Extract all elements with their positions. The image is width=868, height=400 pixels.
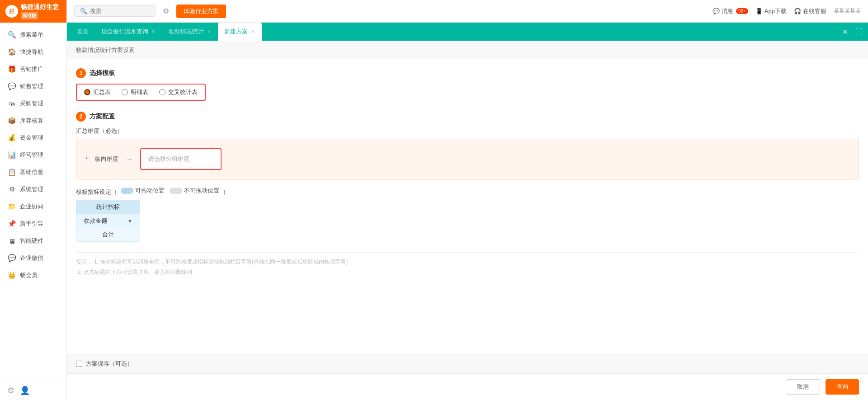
search-menu-icon: 🔍	[7, 31, 16, 39]
query-button[interactable]: 查询	[826, 379, 859, 395]
step1-section: 1 选择模板 汇总表 明细表	[76, 68, 859, 101]
sidebar-item-purchase[interactable]: 🛍 采购管理	[0, 95, 66, 112]
sidebar-item-search-menu[interactable]: 🔍 搜索菜单	[0, 26, 66, 43]
sidebar-item-marketing[interactable]: 🎁 营销推广	[0, 61, 66, 78]
settings-bottom-icon[interactable]: ⚙	[7, 386, 14, 395]
template-options: 汇总表 明细表 交叉统计表	[76, 84, 206, 101]
radio-detail-label[interactable]: 明细表	[131, 88, 148, 96]
tab-receipt-stats-close[interactable]: ×	[207, 28, 212, 36]
tabbar: 首页 现金银行流水查询 × 收款情况统计 × 新建方案 × ✕ ⛶	[67, 23, 868, 41]
sidebar-item-cooperation[interactable]: 📁 企业协同	[0, 198, 66, 215]
sidebar-item-system[interactable]: ⚙ 系统管理	[0, 181, 66, 198]
wechat-icon: 💬	[7, 254, 16, 262]
sidebar-item-basic-info[interactable]: 📋 基础信息	[0, 164, 66, 181]
sidebar-item-quick-nav[interactable]: 🏠 快捷导航	[0, 43, 66, 61]
notification-label: 消息	[722, 7, 733, 15]
hints-section: 提示： 1. 拖动标题栏可以调整布局，不可跨维度或指标区域拖动栏目字段(只能在同…	[76, 252, 859, 276]
sidebar-item-label: 库存核算	[20, 117, 43, 125]
operation-icon: 📊	[7, 151, 16, 159]
sidebar-item-label: 资金管理	[20, 134, 43, 142]
user-bottom-icon[interactable]: 👤	[20, 386, 30, 395]
fixed-dot	[170, 188, 182, 194]
arrow-icon: →	[126, 155, 133, 163]
tab-new-plan-close[interactable]: ×	[250, 28, 255, 36]
metrics-table: 统计指标 收款金额 ▼ 合计	[76, 200, 140, 242]
download-label: App下载	[764, 7, 787, 15]
dimension-area: * 纵向维度 → 请选择分组维度	[76, 139, 859, 179]
sidebar-item-guide[interactable]: 📌 新手引导	[0, 215, 66, 232]
notification-badge: 99+	[736, 8, 748, 14]
sidebar-item-label: 经营管理	[20, 151, 43, 159]
sidebar-item-sales[interactable]: 💬 销售管理	[0, 78, 66, 95]
metrics-label-prefix: 模板指标设定（	[76, 188, 117, 195]
tab-home[interactable]: 首页	[71, 23, 95, 41]
gift-icon: 🎁	[7, 65, 16, 73]
basic-info-icon: 📋	[7, 168, 16, 176]
save-label[interactable]: 方案保存（可选）	[86, 360, 133, 368]
sidebar-item-label: 基础信息	[20, 168, 43, 176]
step2-number: 2	[76, 112, 86, 122]
radio-cross[interactable]: 交叉统计表	[159, 88, 198, 96]
sidebar-item-label: 新手引导	[20, 220, 43, 228]
radio-detail[interactable]: 明细表	[122, 88, 148, 96]
sidebar-item-label: 快捷导航	[20, 48, 43, 56]
hint-prefix-1: 提示：	[76, 258, 92, 266]
sidebar-item-label: 系统管理	[20, 185, 43, 193]
sidebar-item-member[interactable]: 👑 畅会员	[0, 267, 66, 284]
metrics-config-label: 模板指标设定（ 可拖动位置 不可拖动位置 ）	[76, 187, 859, 196]
col-dropdown-icon[interactable]: ▼	[127, 218, 132, 224]
sidebar-item-finance[interactable]: 💰 资金管理	[0, 129, 66, 146]
app-download-item[interactable]: 📱 App下载	[755, 7, 787, 15]
sidebar-item-label: 企业协同	[20, 202, 43, 211]
save-checkbox[interactable]	[76, 361, 82, 367]
tab-new-plan[interactable]: 新建方案 ×	[218, 23, 262, 41]
sidebar-item-hardware[interactable]: 🖥 智能硬件	[0, 232, 66, 249]
radio-cross-label[interactable]: 交叉统计表	[168, 88, 198, 96]
step1-number: 1	[76, 68, 86, 78]
service-item[interactable]: 🎧 在线客服	[794, 7, 826, 15]
dimension-input[interactable]: 请选择分组维度	[140, 148, 222, 170]
metrics-table-total: 合计	[76, 228, 140, 241]
metrics-table-header: 统计指标	[76, 200, 140, 214]
logo-text-block: 畅捷通好生意 标准版	[21, 3, 59, 19]
main-area: 🔍 ⚙ 体验行业方案 💬 消息 99+ 📱 App下载 🎧 在线客服 某某某某某	[67, 0, 868, 400]
gear-icon[interactable]: ⚙	[163, 7, 169, 15]
footer-bar: 取消 查询	[67, 373, 868, 400]
movable-dot	[121, 188, 133, 194]
sidebar-item-wechat[interactable]: 💬 企业微信	[0, 249, 66, 267]
purchase-icon: 🛍	[7, 100, 16, 108]
download-icon: 📱	[755, 8, 763, 14]
search-input[interactable]	[90, 8, 153, 14]
close-all-icon[interactable]: ✕	[840, 26, 850, 38]
radio-detail-input[interactable]	[122, 89, 128, 95]
cancel-button[interactable]: 取消	[786, 379, 820, 395]
tab-cashflow-close[interactable]: ×	[151, 28, 156, 36]
sidebar-item-label: 企业微信	[20, 254, 43, 262]
step2-title: 方案配置	[90, 113, 115, 121]
notification-item[interactable]: 💬 消息 99+	[712, 7, 748, 15]
trial-button[interactable]: 体验行业方案	[176, 5, 226, 18]
logo-title: 畅捷通好生意	[21, 3, 59, 11]
tab-receipt-stats[interactable]: 收款情况统计 ×	[162, 23, 218, 41]
metrics-table-col-row: 收款金额 ▼	[76, 214, 140, 228]
search-box[interactable]: 🔍	[74, 5, 156, 17]
sidebar-item-inventory[interactable]: 📦 库存核算	[0, 112, 66, 129]
tab-cashflow[interactable]: 现金银行流水查询 ×	[95, 23, 162, 41]
radio-summary[interactable]: 汇总表	[84, 88, 111, 96]
tab-new-plan-label: 新建方案	[224, 28, 248, 36]
hint-text-2: 2. 点击标题栏下拉可设置排序、插入列和删除列	[78, 268, 192, 276]
service-icon: 🎧	[794, 8, 801, 14]
fullscreen-icon[interactable]: ⛶	[854, 26, 864, 38]
legend-movable: 可拖动位置	[121, 187, 165, 195]
hint-item-1: 提示： 1. 拖动标题栏可以调整布局，不可跨维度或指标区域拖动栏目字段(只能在同…	[76, 258, 859, 266]
tabbar-actions: ✕ ⛶	[840, 26, 864, 38]
radio-summary-label[interactable]: 汇总表	[93, 88, 111, 96]
member-icon: 👑	[7, 271, 16, 279]
sidebar-item-label: 智能硬件	[20, 237, 43, 245]
inventory-icon: 📦	[7, 117, 16, 125]
sidebar-item-operation[interactable]: 📊 经营管理	[0, 146, 66, 164]
radio-summary-input[interactable]	[84, 89, 90, 95]
hint-item-2: 2. 点击标题栏下拉可设置排序、插入列和删除列	[76, 268, 859, 276]
radio-cross-input[interactable]	[159, 89, 165, 95]
tab-cashflow-label: 现金银行流水查询	[101, 28, 148, 36]
